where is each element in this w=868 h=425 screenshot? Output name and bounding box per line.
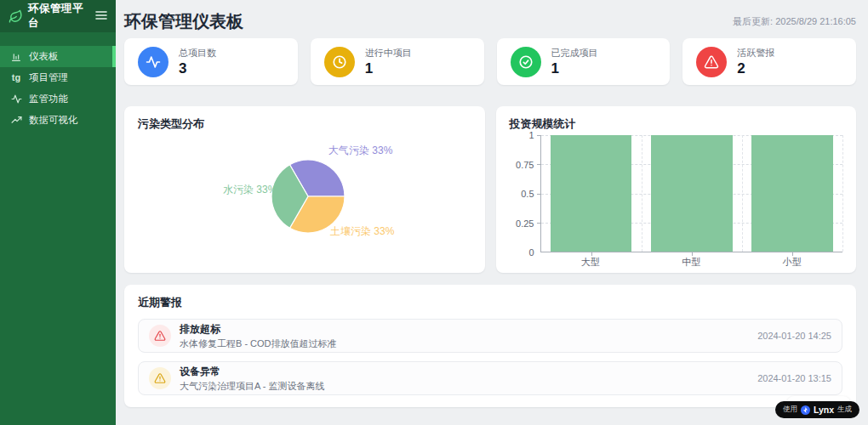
stat-card-total-projects: 总项目数 3 (124, 38, 298, 85)
y-tick-label: 0 (528, 247, 534, 258)
sidebar-item-dashboard[interactable]: 仪表板 (0, 46, 116, 67)
bars-group (541, 135, 843, 252)
check-circle-icon (511, 47, 541, 77)
x-tick-label: 小型 (742, 256, 843, 269)
bar-chart-title: 投资规模统计 (510, 116, 843, 132)
bar-large (551, 135, 632, 252)
alert-triangle-icon (149, 325, 171, 347)
x-axis-tick (792, 252, 793, 256)
main-content: 环保管理仪表板 最后更新: 2025/8/29 21:16:05 总项目数 3 … (116, 0, 868, 425)
last-update-timestamp: 最后更新: 2025/8/29 21:16:05 (733, 15, 856, 28)
project-tasks-icon: tg (10, 72, 22, 84)
alert-timestamp: 2024-01-20 14:25 (757, 331, 831, 341)
charts-row: 污染类型分布 大气污染 33% 土壤污染 33% 水污染 33% 投资规模统计 … (124, 106, 856, 273)
y-tick-label: 0.5 (521, 189, 534, 199)
stat-value: 1 (365, 60, 412, 77)
bar-chart-icon (10, 51, 22, 63)
pie-chart-card: 污染类型分布 大气污染 33% 土壤污染 33% 水污染 33% (124, 106, 485, 273)
lynx-badge[interactable]: 使用 Lynx 生成 (775, 401, 859, 418)
alerts-title: 近期警报 (138, 295, 842, 310)
pie-label-water: 水污染 33% (223, 183, 277, 197)
stat-label: 活跃警报 (737, 47, 774, 60)
alert-description: 水体修复工程B - COD排放值超过标准 (180, 337, 337, 350)
stat-card-completed: 已完成项目 1 (497, 38, 671, 85)
stat-card-in-progress: 进行中项目 1 (311, 38, 484, 85)
page-title: 环保管理仪表板 (124, 10, 243, 33)
stats-row: 总项目数 3 进行中项目 1 已完成项目 1 (124, 38, 856, 85)
stat-value: 1 (551, 60, 598, 77)
leaf-logo-icon (9, 9, 23, 24)
x-axis-tick (591, 252, 592, 256)
pollution-pie-chart (270, 158, 346, 235)
x-tick-label: 大型 (540, 256, 642, 269)
alert-triangle-icon (149, 367, 171, 389)
sidebar-item-label: 监管功能 (29, 93, 68, 105)
bar-medium (651, 135, 733, 252)
alert-title: 排放超标 (180, 322, 337, 337)
y-axis-labels: 1 0.75 0.5 0.25 0 (510, 135, 540, 252)
bar-plot-area (540, 135, 843, 252)
alert-triangle-icon (696, 47, 727, 77)
stat-label: 总项目数 (179, 47, 216, 60)
activity-icon (138, 47, 168, 77)
stat-card-active-alerts: 活跃警报 2 (682, 38, 856, 85)
pie-label-soil: 土壤污染 33% (330, 224, 394, 239)
alert-row-device[interactable]: 设备异常 大气污染治理项目A - 监测设备离线 2024-01-20 13:15 (138, 361, 842, 395)
sidebar-item-label: 数据可视化 (29, 114, 78, 127)
stat-value: 2 (737, 60, 774, 77)
y-tick-label: 0.25 (516, 218, 534, 229)
stat-label: 进行中项目 (365, 47, 412, 60)
stat-label: 已完成项目 (551, 47, 598, 60)
x-axis-tick (692, 252, 693, 256)
sidebar-item-label: 项目管理 (29, 71, 68, 84)
investment-bar-chart: 1 0.75 0.5 0.25 0 (510, 135, 843, 252)
alert-row-emission[interactable]: 排放超标 水体修复工程B - COD排放值超过标准 2024-01-20 14:… (138, 319, 842, 353)
bar-chart-card: 投资规模统计 1 0.75 0.5 0.25 0 (496, 106, 857, 273)
trending-up-icon (10, 115, 22, 127)
clock-icon (324, 47, 355, 77)
pie-label-air: 大气污染 33% (328, 144, 392, 158)
alert-title: 设备异常 (180, 365, 325, 379)
brand-title: 环保管理平台 (28, 2, 90, 31)
sidebar-nav: 仪表板 tg 项目管理 监管功能 数据可视化 (0, 32, 116, 131)
hamburger-menu-icon[interactable] (95, 10, 107, 22)
sidebar: 环保管理平台 仪表板 tg 项目管理 监管功能 (0, 0, 116, 425)
sidebar-item-supervision[interactable]: 监管功能 (0, 88, 116, 110)
bar-small (751, 135, 833, 252)
badge-brand: Lynx (814, 405, 834, 415)
activity-icon (10, 94, 22, 105)
x-axis-labels: 大型 中型 小型 (540, 256, 843, 269)
recent-alerts-card: 近期警报 排放超标 水体修复工程B - COD排放值超过标准 2024-01-2… (124, 285, 856, 407)
gridline-vertical (842, 135, 843, 252)
badge-suffix: 生成 (837, 405, 852, 415)
y-tick-label: 0.75 (516, 160, 534, 170)
sidebar-item-label: 仪表板 (29, 50, 59, 63)
sidebar-header: 环保管理平台 (0, 0, 116, 32)
stat-value: 3 (179, 60, 216, 77)
alert-timestamp: 2024-01-20 13:15 (757, 373, 831, 383)
pie-chart-title: 污染类型分布 (138, 116, 471, 132)
badge-prefix: 使用 (783, 405, 797, 415)
main-header: 环保管理仪表板 最后更新: 2025/8/29 21:16:05 (124, 8, 856, 34)
x-tick-label: 中型 (641, 256, 742, 269)
y-tick-label: 1 (528, 130, 534, 140)
sidebar-item-projects[interactable]: tg 项目管理 (0, 67, 116, 88)
alert-description: 大气污染治理项目A - 监测设备离线 (180, 380, 325, 393)
sidebar-item-dataviz[interactable]: 数据可视化 (0, 110, 116, 131)
lynx-logo-icon (801, 405, 810, 415)
